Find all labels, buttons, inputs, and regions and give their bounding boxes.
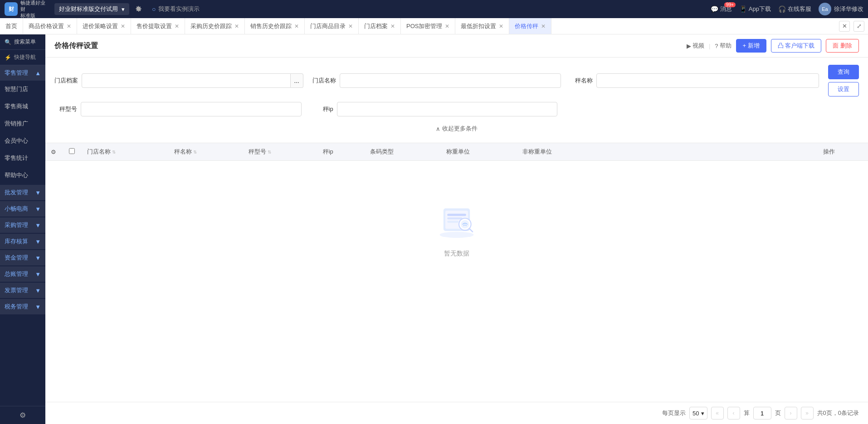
tab-store-catalog[interactable]: 门店商品目录 ✕: [305, 18, 359, 34]
filter-scale-name: 秤名称: [570, 73, 819, 88]
sidebar-quick-nav[interactable]: ⚡ 快捷导航: [0, 50, 45, 65]
close-tab-pos-management[interactable]: ✕: [445, 23, 449, 29]
sidebar-section-ecommerce[interactable]: 小畅电商 ▼: [0, 201, 45, 217]
add-btn[interactable]: + 新增: [736, 39, 766, 53]
download-btn[interactable]: 凸 客户端下载: [771, 39, 822, 53]
tab-purchase-strategy[interactable]: 进价策略设置 ✕: [77, 18, 131, 34]
tab-price-settings[interactable]: 商品价格设置 ✕: [23, 18, 77, 34]
last-page-btn[interactable]: »: [801, 407, 814, 419]
th-checkbox[interactable]: [63, 143, 82, 161]
page-input[interactable]: [753, 407, 771, 419]
sidebar-section-wholesale[interactable]: 批发管理 ▼: [0, 185, 45, 200]
tab-purchase-history[interactable]: 采购历史价跟踪 ✕: [185, 18, 245, 34]
first-page-btn[interactable]: «: [711, 407, 724, 419]
help-link[interactable]: ? 帮助: [715, 42, 731, 50]
scale-ip-input[interactable]: [337, 102, 558, 116]
th-scale-ip: 秤ip: [317, 143, 365, 161]
delete-btn[interactable]: 面 删除: [826, 39, 859, 53]
tab-store-profile[interactable]: 门店档案 ✕: [359, 18, 401, 34]
scale-model-input[interactable]: [81, 102, 302, 116]
sidebar-section-retail[interactable]: 零售管理 ▲: [0, 65, 45, 81]
svg-rect-4: [447, 217, 462, 219]
sidebar-bottom: ⚙: [0, 406, 45, 424]
th-scale-model: 秤型号 ⇅: [243, 143, 317, 161]
online-service-btn[interactable]: 🎧 在线客服: [778, 5, 811, 13]
svg-rect-5: [447, 221, 458, 223]
expand-tabs-btn[interactable]: ⤢: [853, 21, 864, 32]
version-selector[interactable]: 好业财标准版交付试用 ▾: [54, 3, 129, 15]
sidebar-section-purchase[interactable]: 采购管理 ▼: [0, 217, 45, 233]
th-non-weight-unit: 非称重单位: [517, 143, 818, 161]
sidebar-section-tax[interactable]: 税务管理 ▼: [0, 299, 45, 314]
close-tab-price-scale[interactable]: ✕: [541, 23, 546, 29]
sidebar-item-help-center[interactable]: 帮助中心: [0, 167, 45, 184]
chevron-down-icon: ▼: [35, 189, 41, 196]
collapse-btn[interactable]: ∧ 收起更多条件: [436, 125, 478, 133]
next-page-btn[interactable]: ›: [785, 407, 797, 419]
sort-icon-scale-name[interactable]: ⇅: [193, 149, 197, 154]
query-btn[interactable]: 查询: [828, 65, 859, 79]
filter-scale-model: 秤型号: [54, 102, 302, 116]
page-header: 价格传秤设置 ▶ 视频 | ? 帮助 + 新增 凸 客户端下载 面 删除: [45, 34, 868, 58]
sidebar-section-finance[interactable]: 资金管理 ▼: [0, 250, 45, 265]
page-header-actions: ▶ 视频 | ? 帮助 + 新增 凸 客户端下载 面 删除: [687, 39, 859, 53]
demo-action[interactable]: ○ 我要看实例演示: [152, 5, 200, 13]
scale-name-input[interactable]: [596, 73, 819, 88]
close-tab-min-discount[interactable]: ✕: [499, 23, 503, 29]
sidebar-section-invoice[interactable]: 发票管理 ▼: [0, 283, 45, 298]
store-profile-input[interactable]: [82, 73, 291, 88]
total-info: 共0页，0条记录: [817, 409, 859, 417]
sidebar-section-inventory[interactable]: 库存核算 ▼: [0, 234, 45, 249]
tab-price-scale[interactable]: 价格传秤 ✕: [509, 18, 551, 34]
close-tab-purchase-strategy[interactable]: ✕: [121, 23, 125, 29]
app-download-btn[interactable]: 📱 App下载: [739, 5, 771, 13]
sort-icon-store-name[interactable]: ⇅: [112, 149, 116, 154]
settings-icon[interactable]: [132, 3, 145, 15]
sidebar-section-ledger[interactable]: 总账管理 ▼: [0, 266, 45, 282]
close-tab-sale-history[interactable]: ✕: [294, 23, 299, 29]
sidebar-item-member[interactable]: 会员中心: [0, 132, 45, 149]
store-name-input[interactable]: [340, 73, 561, 88]
table-area: ⚙ 门店名称 ⇅: [45, 143, 868, 402]
sidebar-item-marketing[interactable]: 营销推广: [0, 115, 45, 132]
filter-settings-btn[interactable]: 设置: [828, 82, 859, 96]
prev-page-btn[interactable]: ‹: [727, 407, 740, 419]
filter-row-2: 秤型号 秤ip: [54, 102, 859, 116]
sidebar-item-smart-store[interactable]: 智慧门店: [0, 81, 45, 98]
close-tab-store-catalog[interactable]: ✕: [348, 23, 353, 29]
scale-ip-label: 秤ip: [311, 105, 333, 113]
sidebar-item-retail-mall[interactable]: 零售商城: [0, 98, 45, 115]
close-tab-purchase-history[interactable]: ✕: [234, 23, 239, 29]
tab-min-discount[interactable]: 最低折扣设置 ✕: [455, 18, 509, 34]
th-action: 操作: [818, 143, 868, 161]
user-info[interactable]: Ea 徐泽华修改: [819, 3, 863, 15]
tab-sale-history[interactable]: 销售历史价跟踪 ✕: [245, 18, 305, 34]
tab-sale-price[interactable]: 售价提取设置 ✕: [131, 18, 185, 34]
per-page-select[interactable]: 50 ▾: [689, 407, 707, 419]
store-profile-dots-btn[interactable]: ...: [291, 73, 303, 88]
tab-bar: 首页 商品价格设置 ✕ 进价策略设置 ✕ 售价提取设置 ✕ 采购历史价跟踪 ✕ …: [0, 18, 868, 34]
sort-icon-scale-model[interactable]: ⇅: [268, 149, 271, 154]
sidebar-settings-btn[interactable]: ⚙: [20, 411, 26, 419]
video-link[interactable]: ▶ 视频: [687, 42, 704, 50]
close-tab-store-profile[interactable]: ✕: [390, 23, 395, 29]
filter-scale-ip: 秤ip: [311, 102, 558, 116]
messages-btn[interactable]: 💬 消息 99+: [711, 5, 732, 13]
quick-nav-icon: ⚡: [5, 54, 11, 61]
tab-pos-management[interactable]: POS加密管理 ✕: [401, 18, 455, 34]
sidebar-search[interactable]: 🔍 搜索菜单: [0, 34, 45, 50]
tab-home[interactable]: 首页: [0, 18, 23, 34]
close-all-tabs-btn[interactable]: ✕: [839, 21, 850, 32]
empty-illustration: [434, 197, 479, 242]
logo-text: 畅捷通好业财 标准版: [20, 0, 50, 19]
close-tab-sale-price[interactable]: ✕: [175, 23, 179, 29]
sidebar-item-retail-stats[interactable]: 零售统计: [0, 149, 45, 167]
th-scale-name: 秤名称 ⇅: [169, 143, 243, 161]
close-tab-price-settings[interactable]: ✕: [67, 23, 71, 29]
store-profile-label: 门店档案: [54, 77, 78, 85]
chevron-down-icon3: ▼: [35, 222, 41, 229]
search-icon: 🔍: [5, 39, 11, 45]
select-all-checkbox[interactable]: [69, 148, 75, 154]
video-icon: ▶: [687, 43, 691, 49]
th-gear[interactable]: ⚙: [45, 143, 63, 161]
